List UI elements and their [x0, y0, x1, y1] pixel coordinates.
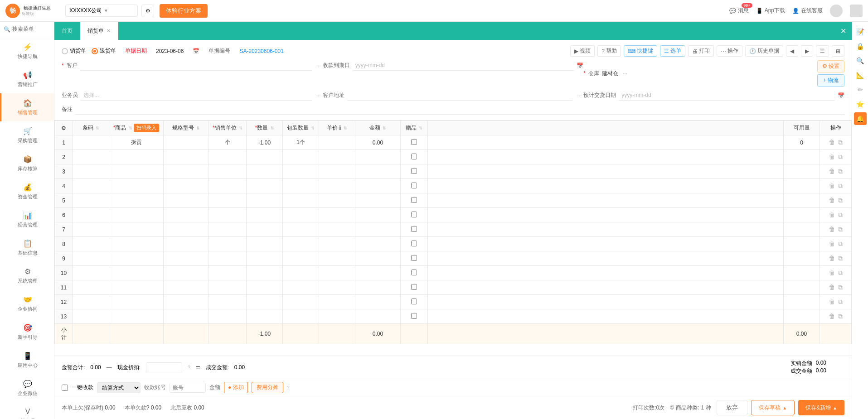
sidebar-item-inventory[interactable]: 📦 库存核算 [0, 149, 54, 178]
row-product-5[interactable] [109, 208, 164, 222]
row-spec-1[interactable] [164, 150, 209, 164]
delete-icon-8[interactable]: 🗑 [829, 255, 835, 262]
row-barcode-4[interactable] [73, 193, 109, 208]
row-pkg-9[interactable] [283, 266, 319, 280]
row-gift-3[interactable] [401, 179, 428, 193]
copy-icon-6[interactable]: ⧉ [838, 226, 843, 233]
right-panel-lock[interactable]: 🔒 [854, 40, 867, 53]
row-qty-1[interactable] [247, 150, 283, 164]
prev-record-button[interactable]: ◀ [786, 45, 798, 57]
row-amount-7[interactable] [355, 237, 401, 251]
company-settings-button[interactable]: ⚙ [141, 5, 154, 17]
save-new-button[interactable]: 保存&新增 ▲ [798, 400, 844, 415]
logistics-button[interactable]: + 物流 [817, 74, 844, 87]
row-spec-5[interactable] [164, 208, 209, 222]
right-panel-orange[interactable]: 🔔 [854, 112, 867, 125]
row-barcode-11[interactable] [73, 295, 109, 309]
sidebar-item-vip[interactable]: V 畅会员 [0, 402, 54, 419]
row-price-7[interactable] [319, 237, 355, 251]
due-date-input[interactable] [353, 60, 574, 71]
operations-button[interactable]: ⋯ 操作 [717, 45, 742, 57]
row-price-0[interactable] [319, 135, 355, 150]
copy-icon-0[interactable]: ⧉ [838, 139, 843, 146]
row-gift-8[interactable] [401, 251, 428, 266]
row-barcode-10[interactable] [73, 280, 109, 295]
row-barcode-0[interactable] [73, 135, 109, 150]
sidebar-item-marketing[interactable]: 📢 营销推广 [0, 65, 54, 93]
row-qty-4[interactable] [247, 193, 283, 208]
row-barcode-5[interactable] [73, 208, 109, 222]
delete-icon-0[interactable]: 🗑 [829, 139, 835, 146]
row-unit-3[interactable] [209, 179, 247, 193]
one-click-payment-checkbox[interactable] [62, 385, 68, 391]
delete-icon-2[interactable]: 🗑 [829, 168, 835, 175]
row-spec-10[interactable] [164, 280, 209, 295]
row-unit-9[interactable] [209, 266, 247, 280]
scan-button[interactable]: 扫码录入 [134, 124, 159, 132]
row-price-2[interactable] [319, 164, 355, 179]
message-button[interactable]: 💬 消息 99+ [729, 7, 749, 14]
row-qty-5[interactable] [247, 208, 283, 222]
row-barcode-2[interactable] [73, 164, 109, 179]
delete-icon-6[interactable]: 🗑 [829, 226, 835, 233]
row-pkg-8[interactable] [283, 251, 319, 266]
row-price-8[interactable] [319, 251, 355, 266]
row-price-12[interactable] [319, 309, 355, 324]
discount-input[interactable] [146, 362, 182, 372]
user-menu-button[interactable] [850, 5, 863, 17]
tab-home[interactable]: 首页 [54, 22, 80, 40]
settlement-method-select[interactable]: 结算方式 [97, 382, 141, 393]
row-price-10[interactable] [319, 280, 355, 295]
row-barcode-8[interactable] [73, 251, 109, 266]
copy-icon-1[interactable]: ⧉ [838, 153, 843, 160]
save-draft-button[interactable]: 保存草稿 ▲ [751, 400, 795, 415]
sidebar-item-sales[interactable]: 🏠 销售管理 [0, 93, 54, 121]
online-service-button[interactable]: 👤 在线客服 [792, 7, 823, 14]
right-panel-star[interactable]: ⭐ [854, 98, 867, 111]
row-product-11[interactable] [109, 295, 164, 309]
row-product-3[interactable] [109, 179, 164, 193]
row-price-5[interactable] [319, 208, 355, 222]
row-pkg-3[interactable] [283, 179, 319, 193]
sidebar-item-wechat[interactable]: 💬 企业微信 [0, 374, 54, 402]
row-qty-0[interactable]: -1.00 [247, 135, 283, 150]
salesperson-picker-dots[interactable]: ··· [315, 92, 323, 99]
delete-icon-1[interactable]: 🗑 [829, 153, 835, 160]
delete-icon-9[interactable]: 🗑 [829, 269, 835, 276]
row-price-9[interactable] [319, 266, 355, 280]
customer-address-input[interactable] [347, 90, 573, 101]
delete-icon-10[interactable]: 🗑 [829, 284, 835, 291]
row-product-1[interactable] [109, 150, 164, 164]
row-price-4[interactable] [319, 193, 355, 208]
expected-date-input[interactable] [619, 90, 835, 101]
row-unit-1[interactable] [209, 150, 247, 164]
row-qty-9[interactable] [247, 266, 283, 280]
view-list-button[interactable]: ☰ [816, 45, 829, 57]
row-gift-12[interactable] [401, 309, 428, 324]
row-product-2[interactable] [109, 164, 164, 179]
row-qty-11[interactable] [247, 295, 283, 309]
row-spec-9[interactable] [164, 266, 209, 280]
copy-icon-4[interactable]: ⧉ [838, 197, 843, 204]
view-grid-button[interactable]: ⊞ [832, 45, 844, 57]
settings-button[interactable]: ⚙ 设置 [817, 60, 844, 72]
row-spec-3[interactable] [164, 179, 209, 193]
row-spec-7[interactable] [164, 237, 209, 251]
delete-icon-3[interactable]: 🗑 [829, 182, 835, 189]
row-pkg-11[interactable] [283, 295, 319, 309]
row-barcode-7[interactable] [73, 237, 109, 251]
row-amount-8[interactable] [355, 251, 401, 266]
row-gift-9[interactable] [401, 266, 428, 280]
help-button[interactable]: ? 帮助 [597, 45, 621, 57]
row-pkg-1[interactable] [283, 150, 319, 164]
row-gift-11[interactable] [401, 295, 428, 309]
row-spec-6[interactable] [164, 222, 209, 237]
row-barcode-3[interactable] [73, 179, 109, 193]
row-product-12[interactable] [109, 309, 164, 324]
row-pkg-6[interactable] [283, 222, 319, 237]
sidebar-item-basic[interactable]: 📋 基础信息 [0, 234, 54, 262]
row-amount-11[interactable] [355, 295, 401, 309]
expected-date-calendar-icon[interactable]: 📅 [838, 92, 844, 99]
row-gift-0[interactable] [401, 135, 428, 150]
expense-split-button[interactable]: 费用分摊 [252, 382, 283, 393]
